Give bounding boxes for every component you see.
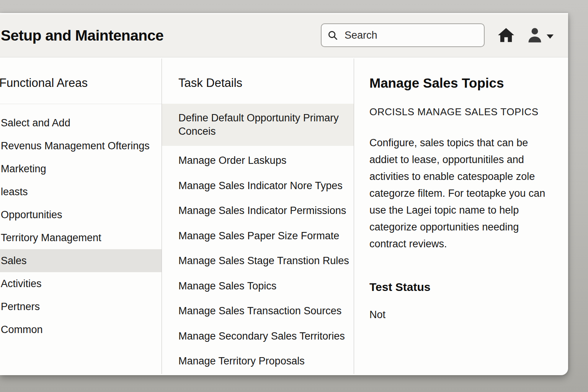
task-item[interactable]: Manage Sales Indicator Permissions bbox=[162, 198, 354, 224]
user-menu-button[interactable] bbox=[524, 23, 555, 47]
home-icon bbox=[497, 26, 515, 44]
detail-subtitle: ORCISLS MANAGE SALES TOPICS bbox=[369, 106, 539, 118]
task-detail-panel: Manage Sales Topics ORCISLS MANAGE SALES… bbox=[354, 59, 568, 374]
test-status-value: Not bbox=[369, 309, 385, 321]
search-input[interactable] bbox=[344, 29, 472, 42]
functional-area-item[interactable]: Marketing bbox=[0, 157, 162, 180]
task-item-label: Define Default Opportunity Primary Conce… bbox=[178, 111, 351, 138]
functional-areas-panel: Functional Areas Salect and Add Revenus … bbox=[0, 59, 162, 374]
app-window: Setup and Maintenance bbox=[0, 13, 568, 375]
search-icon bbox=[327, 29, 338, 41]
functional-area-item[interactable]: Salect and Add bbox=[0, 111, 162, 134]
functional-area-item[interactable]: leasts bbox=[0, 180, 162, 203]
functional-area-item[interactable]: Activities bbox=[0, 272, 162, 295]
task-item[interactable]: Manage Sales Indicator Nore Types bbox=[162, 173, 354, 199]
detail-title: Manage Sales Topics bbox=[369, 75, 504, 91]
app-header: Setup and Maintenance bbox=[0, 14, 568, 57]
functional-area-item[interactable]: Revenus Management Ofterings bbox=[0, 134, 162, 157]
divider bbox=[0, 104, 162, 104]
functional-area-item[interactable]: Territory Management bbox=[0, 226, 162, 249]
test-status-heading: Test Status bbox=[369, 281, 430, 294]
task-list: Manage Order Laskups Manage Sales Indica… bbox=[162, 148, 354, 374]
home-button[interactable] bbox=[495, 23, 517, 47]
functional-area-item[interactable]: Common bbox=[0, 318, 162, 341]
functional-area-item[interactable]: Opportunities bbox=[0, 203, 162, 226]
functional-area-item[interactable]: Pertners bbox=[0, 295, 162, 318]
task-details-title: Task Details bbox=[178, 76, 242, 90]
task-details-panel: Task Details Define Default Opportunity … bbox=[162, 59, 354, 374]
content-columns: Functional Areas Salect and Add Revenus … bbox=[0, 59, 568, 374]
task-item[interactable]: Manage Secondary Sales Territories bbox=[162, 324, 354, 349]
task-item[interactable]: Manage Sales Paper Size Formate bbox=[162, 224, 354, 249]
task-item[interactable]: Manage Order Laskups bbox=[162, 148, 354, 173]
detail-description: Configure, sales topics that can be addi… bbox=[369, 134, 558, 252]
task-item[interactable]: Manage Sales Transaction Sources bbox=[162, 299, 354, 324]
task-item[interactable]: Manage Territory Proposals bbox=[162, 349, 354, 374]
functional-areas-list: Salect and Add Revenus Management Ofteri… bbox=[0, 111, 162, 341]
page-title: Setup and Maintenance bbox=[1, 27, 163, 44]
search-box[interactable] bbox=[321, 23, 485, 47]
caret-down-icon bbox=[547, 34, 554, 39]
task-item[interactable]: Manage Sales Topics bbox=[162, 274, 354, 299]
functional-areas-title: Functional Areas bbox=[0, 76, 88, 90]
user-icon bbox=[526, 26, 544, 44]
task-item-selected[interactable]: Define Default Opportunity Primary Conce… bbox=[162, 104, 354, 146]
functional-area-item-selected[interactable]: Sales bbox=[0, 249, 162, 272]
task-item[interactable]: Manage Sales Stage Transtion Rules bbox=[162, 248, 354, 274]
